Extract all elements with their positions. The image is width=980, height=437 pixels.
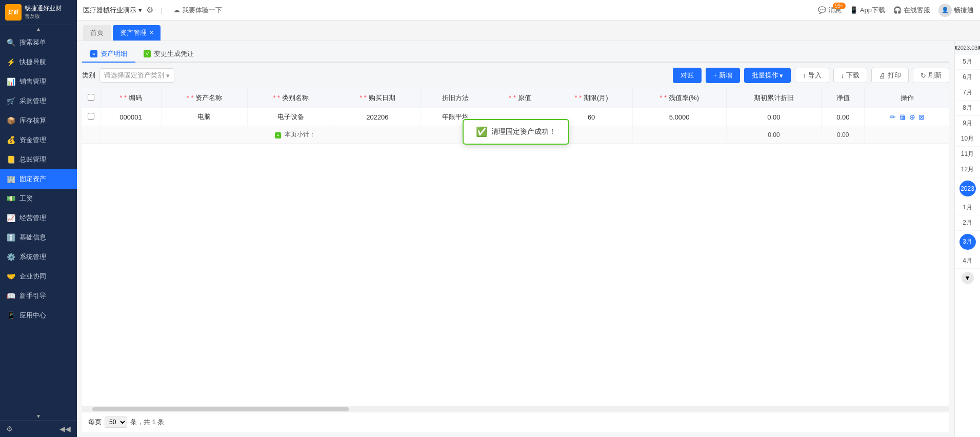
- sidebar-item-inventory[interactable]: 📦 库存核算: [0, 111, 77, 130]
- batch-ops-button[interactable]: 批量操作 ▾: [744, 68, 791, 83]
- purchase-icon: 🛒: [6, 96, 15, 106]
- cloud-icon: ☁: [173, 6, 180, 14]
- inner-tab-change-voucher[interactable]: V 变更生成凭证: [135, 46, 202, 63]
- refresh-button[interactable]: ↻ 刷新: [913, 68, 949, 83]
- sidebar-item-search[interactable]: 🔍 搜索菜单: [0, 33, 77, 52]
- tab-asset-management[interactable]: 资产管理 ×: [113, 25, 161, 41]
- month-6[interactable]: 6月: [955, 70, 980, 85]
- settings-icon[interactable]: ⚙: [6, 425, 13, 433]
- sidebar-scroll-down[interactable]: ▼: [0, 412, 77, 420]
- sidebar-item-basic-info[interactable]: ℹ️ 基础信息: [0, 228, 77, 247]
- panel-down-icon[interactable]: ▼: [962, 272, 974, 284]
- company-selector[interactable]: 医疗器械行业演示 ▾: [83, 6, 142, 15]
- tabbar: 首页 资产管理 ×: [77, 21, 980, 41]
- import-button[interactable]: ↑ 导入: [795, 68, 829, 83]
- sidebar-item-finance[interactable]: 💰 资金管理: [0, 130, 77, 150]
- sidebar-item-quick-nav[interactable]: ⚡ 快捷导航: [0, 52, 77, 72]
- sidebar-logo: 好财 畅捷通好业财 普及版: [0, 0, 77, 25]
- subtotal-empty-2: [550, 126, 632, 144]
- experience-button[interactable]: ☁ 我要体验一下: [173, 6, 222, 15]
- sidebar-item-enterprise[interactable]: 🤝 企业协同: [0, 267, 77, 286]
- tab-close-icon[interactable]: ×: [150, 29, 153, 36]
- refresh-icon: ↻: [921, 72, 926, 80]
- subtotal-icon: ≡: [275, 132, 281, 138]
- avatar: 👤: [938, 4, 952, 17]
- print-button[interactable]: 🖨 打印: [871, 68, 909, 83]
- messages-button[interactable]: 💬 消息 99+: [818, 6, 842, 15]
- row-checkbox-cell[interactable]: [82, 108, 101, 126]
- subtotal-label-cell: ≡ 本页小计：: [101, 126, 490, 144]
- print-icon: 🖨: [879, 72, 886, 80]
- sidebar-item-system[interactable]: ⚙️ 系统管理: [0, 247, 77, 267]
- month-3-active[interactable]: 3月: [959, 234, 976, 250]
- separator: |: [161, 6, 162, 14]
- month-4[interactable]: 4月: [955, 253, 980, 269]
- download-button[interactable]: ↓ 下载: [833, 68, 868, 83]
- month-5[interactable]: 5月: [955, 54, 980, 70]
- sidebar-item-ledger[interactable]: 📒 总账管理: [0, 150, 77, 169]
- horizontal-scrollbar[interactable]: [82, 406, 949, 412]
- sidebar-item-purchase[interactable]: 🛒 采购管理: [0, 91, 77, 111]
- payroll-icon: 💵: [6, 194, 15, 203]
- delete-icon[interactable]: 🗑: [899, 113, 906, 121]
- topbar: 医疗器械行业演示 ▾ ⚙ | ☁ 我要体验一下 💬 消息 99+ 📱 App下载…: [77, 0, 980, 21]
- table-header-row: * 编码 * 资产名称 * 类别名称 * 购买日期 折旧方法 * 原值 * 期限…: [82, 88, 949, 108]
- month-8[interactable]: 8月: [955, 101, 980, 116]
- per-page-select[interactable]: 50: [105, 416, 127, 428]
- select-all-header[interactable]: [82, 88, 101, 108]
- reconcile-button[interactable]: 对账: [673, 68, 702, 83]
- sidebar-item-fixed-assets[interactable]: 🏢 固定资产: [0, 169, 77, 189]
- sidebar-item-guide[interactable]: 📖 新手引导: [0, 286, 77, 306]
- scrollbar-thumb[interactable]: [92, 407, 349, 411]
- toolbar: 类别 请选择固定资产类别 ▾ 对账 + 新增 批量操作 ▾ ↑ 导入: [82, 68, 949, 83]
- select-all-checkbox[interactable]: [88, 94, 94, 101]
- year-2023[interactable]: 2023: [959, 181, 976, 197]
- more-icon[interactable]: ⊠: [918, 113, 925, 121]
- sidebar-scroll-up[interactable]: ▲: [0, 25, 77, 33]
- edit-icon[interactable]: ✏: [890, 113, 896, 121]
- month-11[interactable]: 11月: [955, 147, 980, 162]
- th-name: * 资产名称: [161, 88, 248, 108]
- app-download-button[interactable]: 📱 App下载: [850, 6, 885, 15]
- system-icon: ⚙️: [6, 252, 15, 262]
- collapse-icon[interactable]: ◀◀: [59, 425, 71, 433]
- new-button[interactable]: + 新增: [706, 68, 740, 83]
- basic-info-icon: ℹ️: [6, 233, 15, 242]
- th-purchase-date: * 购买日期: [334, 88, 421, 108]
- row-checkbox[interactable]: [88, 113, 94, 120]
- cell-period: 60: [550, 108, 632, 126]
- month-9[interactable]: 9月: [955, 116, 980, 131]
- settings-gear-icon[interactable]: ⚙: [146, 5, 153, 15]
- sidebar-item-app-center[interactable]: 📱 应用中心: [0, 306, 77, 325]
- online-service-button[interactable]: 🎧 在线客服: [893, 6, 930, 15]
- inner-tab-asset-detail[interactable]: ≡ 资产明细: [82, 46, 135, 63]
- sidebar-item-sales[interactable]: 📊 销售管理: [0, 72, 77, 91]
- user-menu[interactable]: 👤 畅捷通: [938, 4, 974, 17]
- copy-icon[interactable]: ⊕: [909, 113, 915, 121]
- left-arrow-icon[interactable]: ◀: [954, 44, 956, 51]
- ledger-icon: 📒: [6, 155, 15, 164]
- inventory-icon: 📦: [6, 116, 15, 125]
- th-residual-rate: * 残值率(%): [632, 88, 726, 108]
- operations-icon: 📈: [6, 213, 15, 223]
- toolbar-right: 对账 + 新增 批量操作 ▾ ↑ 导入 ↓ 下载 🖨: [673, 68, 949, 83]
- cell-original-value: [490, 108, 550, 126]
- guide-icon: 📖: [6, 291, 15, 301]
- sidebar-item-operations[interactable]: 📈 经营管理: [0, 208, 77, 228]
- category-filter[interactable]: 请选择固定资产类别 ▾: [99, 68, 174, 83]
- enterprise-icon: 🤝: [6, 272, 15, 281]
- subtotal-empty-1: [82, 126, 101, 144]
- toolbar-left: 类别 请选择固定资产类别 ▾: [82, 68, 669, 83]
- month-10[interactable]: 10月: [955, 131, 980, 147]
- cell-purchase-date: 202206: [334, 108, 421, 126]
- th-initial-accumulated: 期初累计折旧: [726, 88, 822, 108]
- tab-home[interactable]: 首页: [83, 25, 111, 41]
- month-12[interactable]: 12月: [955, 162, 980, 177]
- dropdown-arrow-icon: ▾: [166, 72, 170, 80]
- month-2[interactable]: 2月: [955, 215, 980, 231]
- sidebar-item-payroll[interactable]: 💵 工资: [0, 189, 77, 208]
- change-voucher-tab-icon: V: [144, 50, 151, 57]
- month-7[interactable]: 7月: [955, 85, 980, 101]
- chevron-down-icon: ▾: [138, 6, 142, 14]
- month-1[interactable]: 1月: [955, 200, 980, 215]
